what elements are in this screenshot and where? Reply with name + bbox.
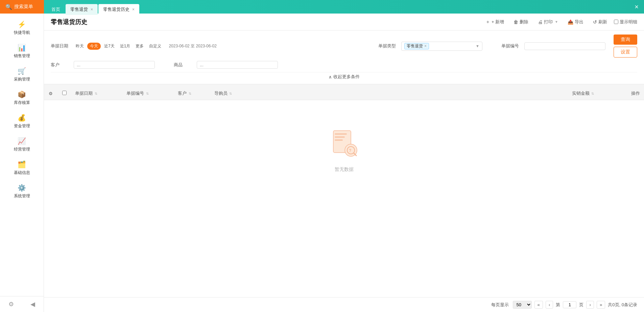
tab-retail-return-history[interactable]: 零售退货历史 × [98,4,139,15]
filter-area: 单据日期 昨天 今天 近7天 近1月 更多 自定义 2023-06-02 至 2… [44,30,644,84]
page-num-input[interactable] [563,301,576,308]
show-detail-checkbox[interactable] [614,20,618,24]
table-wrap: ⚙ 单据日期 ⇅ 单据编号 ⇅ 客户 [44,87,644,297]
filter-row-1: 单据日期 昨天 今天 近7天 近1月 更多 自定义 2023-06-02 至 2… [51,35,637,58]
sidebar-item-sales-mgmt[interactable]: 📊 销售管理 [0,40,44,63]
th-guide[interactable]: 导购员 ⇅ [210,87,254,100]
sidebar-item-operations[interactable]: 📈 经营管理 [0,133,44,156]
print-btn[interactable]: 🖨 打印 ▼ [535,18,561,26]
collapse-btn[interactable]: ∧ 收起更多条件 [51,72,637,81]
sales-mgmt-icon: 📊 [18,44,26,52]
tab-retail-return-close[interactable]: × [91,7,93,12]
data-table: ⚙ 单据日期 ⇅ 单据编号 ⇅ 客户 [44,87,644,186]
prev-page-btn[interactable]: ‹ [546,301,553,309]
sidebar-item-purchase-mgmt-label: 采购管理 [14,76,30,82]
sidebar-item-purchase-mgmt[interactable]: 🛒 采购管理 [0,63,44,86]
page-size-label: 每页显示 [491,302,509,308]
tab-retail-return-history-close[interactable]: × [132,7,135,12]
print-label: 打印 [544,19,553,25]
main-layout: ⚡ 快捷导航 📊 销售管理 🛒 采购管理 📦 库存核算 💰 资金管理 📈 经营管… [0,14,644,312]
export-btn[interactable]: 📤 导出 [565,18,586,26]
delete-btn[interactable]: 🗑 删除 [511,18,531,26]
export-label: 导出 [575,19,583,25]
next-page-btn[interactable]: › [586,301,594,309]
th-check[interactable] [57,87,71,100]
customer-sort-icon: ⇅ [189,92,191,95]
search-menu-btn[interactable]: 🔍 搜索菜单 [0,0,44,14]
type-tag: 零售退货 × [404,43,429,49]
voucher-no-input[interactable] [527,44,602,49]
page-size-select[interactable]: 50 10 20 100 [513,301,532,309]
goods-input-wrap [197,61,278,69]
voucher-no-label: 单据编号 [501,43,522,49]
page-actions: ＋ + 新增 🗑 删除 🖨 打印 ▼ 📤 导出 ↺ [483,18,637,26]
empty-state-row: ? 暂无数据 [44,100,644,186]
type-select-arrow: ▼ [476,44,479,48]
last-page-btn[interactable]: » [597,301,605,309]
query-btn[interactable]: 查询 [614,35,637,45]
sidebar-item-inventory-label: 库存核算 [14,100,30,106]
delete-label: 删除 [520,19,528,25]
sidebar-item-system[interactable]: ⚙️ 系统管理 [0,180,44,203]
empty-icon: ? [327,127,361,161]
today-btn[interactable]: 今天 [87,43,101,50]
sidebar: ⚡ 快捷导航 📊 销售管理 🛒 采购管理 📦 库存核算 💰 资金管理 📈 经营管… [0,14,44,312]
yesterday-btn[interactable]: 昨天 [74,43,86,50]
select-all-checkbox[interactable] [62,91,67,95]
voucher-no-input-wrap [524,42,605,50]
th-voucher-no-label: 单据编号 [126,91,144,96]
customer-input-wrap [74,61,155,69]
new-btn[interactable]: ＋ + 新增 [483,18,507,26]
settings-btn[interactable]: 设置 [614,47,637,58]
date-sort-icon: ⇅ [95,92,97,95]
svg-rect-2 [335,136,345,138]
last7-btn[interactable]: 近7天 [102,43,117,50]
refresh-btn[interactable]: ↺ 刷新 [590,18,610,26]
th-amount[interactable]: 实销金额 ⇅ [254,87,598,100]
th-date[interactable]: 单据日期 ⇅ [71,87,122,100]
goods-input[interactable] [200,62,275,67]
tab-list: 首页 零售退货 × 零售退货历史 × [44,0,635,14]
show-detail-label: 显示明细 [620,19,637,25]
sidebar-toggle-btn[interactable]: ◀ [30,300,35,308]
th-date-label: 单据日期 [75,91,93,96]
content-area: 零售退货历史 ＋ + 新增 🗑 删除 🖨 打印 ▼ 📤 导出 [44,14,644,312]
empty-text: 暂无数据 [335,166,354,173]
quick-nav-icon: ⚡ [18,20,26,28]
table-body: ? 暂无数据 [44,100,644,186]
operations-icon: 📈 [18,137,26,145]
customer-input[interactable] [77,62,152,67]
page-header: 零售退货历史 ＋ + 新增 🗑 删除 🖨 打印 ▼ 📤 导出 [44,14,644,30]
sidebar-item-quick-nav[interactable]: ⚡ 快捷导航 [0,16,44,40]
th-guide-label: 导购员 [214,91,228,96]
sidebar-item-basic-info[interactable]: 🗂️ 基础信息 [0,156,44,180]
window-close-btn[interactable]: × [635,3,639,10]
tab-retail-return-label: 零售退货 [70,6,88,13]
sidebar-settings-btn[interactable]: ⚙ [8,300,14,308]
custom-btn[interactable]: 自定义 [147,43,163,50]
type-select[interactable]: 零售退货 × ▼ [401,42,482,51]
system-icon: ⚙️ [18,184,26,192]
date-range-btns: 昨天 今天 近7天 近1月 更多 自定义 [74,43,163,50]
show-detail-cb[interactable]: 显示明细 [614,19,637,25]
th-gear[interactable]: ⚙ [44,87,57,100]
th-voucher-no[interactable]: 单据编号 ⇅ [122,87,174,100]
basic-info-icon: 🗂️ [18,160,26,169]
goods-label: 商品 [174,62,194,68]
filter-row-2: 客户 商品 [51,61,637,69]
page-label: 第 [556,302,560,308]
type-filter-label: 单据类型 [378,43,399,49]
sidebar-item-sales-mgmt-label: 销售管理 [14,53,30,59]
sidebar-item-inventory[interactable]: 📦 库存核算 [0,86,44,110]
th-customer[interactable]: 客户 ⇅ [174,87,210,100]
more-btn[interactable]: 更多 [134,43,146,50]
tab-retail-return[interactable]: 零售退货 × [66,4,98,15]
sidebar-item-finance[interactable]: 💰 资金管理 [0,110,44,133]
first-page-btn[interactable]: « [534,301,543,309]
type-tag-close[interactable]: × [424,44,427,48]
tab-home[interactable]: 首页 [47,4,65,15]
amount-sort-icon: ⇅ [591,92,594,95]
print-arrow-icon: ▼ [555,20,558,24]
last1m-btn[interactable]: 近1月 [118,43,133,50]
top-bar-right: × [635,3,644,11]
